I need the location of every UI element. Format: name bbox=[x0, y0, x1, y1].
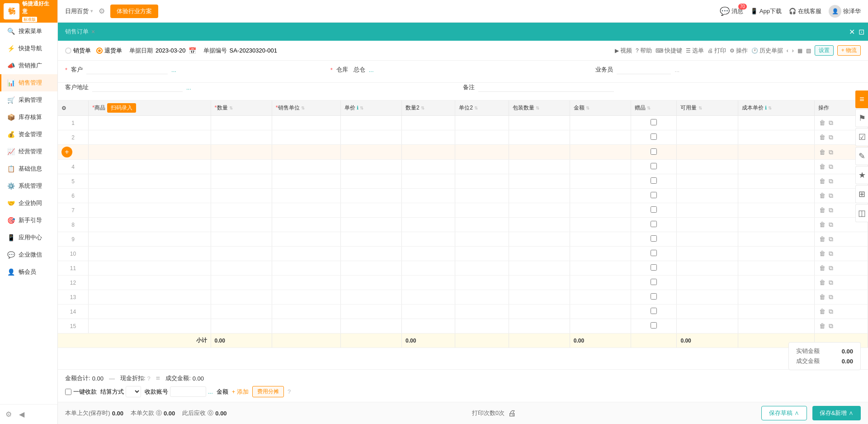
goods-cell[interactable] bbox=[89, 261, 211, 276]
price-cell[interactable] bbox=[340, 261, 401, 276]
gift-checkbox[interactable] bbox=[651, 177, 657, 184]
topbar-gear-icon[interactable]: ⚙ bbox=[97, 5, 107, 17]
sidebar-item-marketing[interactable]: 📣营销推广 bbox=[0, 57, 57, 74]
gift-cell[interactable] bbox=[631, 319, 677, 333]
goods-input[interactable] bbox=[92, 149, 207, 156]
delete-row-btn[interactable]: 🗑 bbox=[818, 278, 826, 287]
pkg-qty-cell[interactable] bbox=[509, 261, 570, 276]
unit2-cell[interactable] bbox=[455, 305, 509, 319]
delete-row-btn[interactable]: 🗑 bbox=[818, 321, 826, 330]
gift-cell[interactable] bbox=[631, 160, 677, 174]
settings-icon[interactable]: ⚙ bbox=[4, 408, 14, 420]
qty-cell[interactable] bbox=[211, 218, 272, 232]
grid2-btn[interactable]: ▧ bbox=[806, 48, 811, 54]
unit-cell[interactable] bbox=[272, 130, 340, 145]
goods-cell[interactable] bbox=[89, 247, 211, 261]
qty-cell[interactable] bbox=[211, 276, 272, 290]
shortcut-btn[interactable]: ⌨ 快捷键 bbox=[656, 47, 682, 55]
amount-cell[interactable] bbox=[570, 189, 631, 203]
goods-cell[interactable] bbox=[89, 174, 211, 189]
goods-cell[interactable] bbox=[89, 319, 211, 333]
amount-cell[interactable] bbox=[570, 276, 631, 290]
price-cell[interactable] bbox=[340, 218, 401, 232]
gift-checkbox[interactable] bbox=[651, 206, 657, 213]
available-cell[interactable] bbox=[677, 189, 738, 203]
cost-price-cell[interactable] bbox=[738, 189, 814, 203]
available-cell[interactable] bbox=[677, 203, 738, 218]
gift-checkbox[interactable] bbox=[651, 163, 657, 169]
qty2-cell[interactable] bbox=[402, 203, 455, 218]
app-download-btn[interactable]: 📱App下载 bbox=[750, 7, 782, 15]
unit-cell[interactable] bbox=[272, 174, 340, 189]
price-cell[interactable] bbox=[340, 203, 401, 218]
pkg-qty-cell[interactable] bbox=[509, 319, 570, 333]
unit-cell[interactable] bbox=[272, 116, 340, 130]
unit-cell[interactable] bbox=[272, 218, 340, 232]
goods-cell[interactable] bbox=[89, 130, 211, 145]
gift-checkbox[interactable] bbox=[651, 322, 657, 329]
pkg-qty-cell[interactable] bbox=[509, 203, 570, 218]
delete-row-btn[interactable]: 🗑 bbox=[818, 162, 826, 171]
cost-price-cell[interactable] bbox=[738, 174, 814, 189]
pkg-qty-cell[interactable] bbox=[509, 305, 570, 319]
goods-cell[interactable] bbox=[89, 189, 211, 203]
available-cell[interactable] bbox=[677, 319, 738, 333]
price-cell[interactable] bbox=[340, 247, 401, 261]
price-cell[interactable] bbox=[340, 189, 401, 203]
next-btn[interactable]: › bbox=[792, 48, 794, 54]
one-click-payment-check[interactable]: 一键收款 bbox=[65, 388, 97, 396]
amount-cell[interactable] bbox=[570, 130, 631, 145]
price-cell[interactable] bbox=[340, 116, 401, 130]
calendar-icon[interactable]: 📅 bbox=[189, 47, 196, 54]
copy-row-btn[interactable]: ⧉ bbox=[828, 321, 834, 331]
tab-销售订单[interactable]: 销售订单× bbox=[58, 23, 114, 41]
gift-cell[interactable] bbox=[631, 218, 677, 232]
goods-cell[interactable] bbox=[89, 116, 211, 130]
unit2-cell[interactable] bbox=[455, 319, 509, 333]
qty2-cell[interactable] bbox=[402, 261, 455, 276]
message-btn[interactable]: 💬 70 消息 bbox=[720, 6, 743, 16]
video-btn[interactable]: ▶ 视频 bbox=[615, 47, 632, 55]
sidebar-item-search[interactable]: 🔍搜索菜单 bbox=[0, 23, 57, 40]
sidebar-item-shortcut[interactable]: ⚡快捷导航 bbox=[0, 40, 57, 57]
copy-row-btn[interactable]: ⧉ bbox=[828, 220, 834, 229]
amount-cell[interactable] bbox=[570, 218, 631, 232]
gift-checkbox[interactable] bbox=[651, 279, 657, 285]
copy-row-btn[interactable]: ⧉ bbox=[828, 133, 834, 142]
gift-checkbox[interactable] bbox=[651, 250, 657, 256]
pkg-qty-cell[interactable] bbox=[509, 276, 570, 290]
price-cell[interactable] bbox=[340, 174, 401, 189]
gift-checkbox[interactable] bbox=[651, 264, 657, 271]
right-float-btn-5[interactable]: ⊞ bbox=[855, 185, 868, 203]
available-cell[interactable] bbox=[677, 174, 738, 189]
unit2-cell[interactable] bbox=[455, 203, 509, 218]
pkg-qty-cell[interactable] bbox=[509, 130, 570, 145]
available-cell[interactable] bbox=[677, 130, 738, 145]
remark-input[interactable] bbox=[478, 83, 614, 92]
gift-cell[interactable] bbox=[631, 116, 677, 130]
qty2-cell[interactable] bbox=[402, 189, 455, 203]
right-float-btn-6[interactable]: ◫ bbox=[855, 204, 868, 222]
amount-cell[interactable] bbox=[570, 290, 631, 305]
qty2-cell[interactable] bbox=[402, 174, 455, 189]
copy-row-btn[interactable]: ⧉ bbox=[828, 278, 834, 287]
qty2-cell[interactable] bbox=[402, 116, 455, 130]
sidebar-item-system[interactable]: ⚙️系统管理 bbox=[0, 177, 57, 195]
goods-cell[interactable] bbox=[89, 232, 211, 247]
sidebar-item-guide[interactable]: 🎯新手引导 bbox=[0, 212, 57, 229]
unit2-cell[interactable] bbox=[455, 145, 509, 160]
account-picker-icon[interactable]: ... bbox=[208, 388, 213, 395]
gift-cell[interactable] bbox=[631, 290, 677, 305]
qty2-cell[interactable] bbox=[402, 145, 455, 160]
delete-row-btn[interactable]: 🗑 bbox=[818, 176, 826, 186]
unit2-cell[interactable] bbox=[455, 232, 509, 247]
copy-row-btn[interactable]: ⧉ bbox=[828, 307, 834, 316]
qty-cell[interactable] bbox=[211, 174, 272, 189]
select-btn[interactable]: ☰ 选单 bbox=[686, 47, 704, 55]
price-cell[interactable] bbox=[340, 232, 401, 247]
add-payment-btn[interactable]: + 添加 bbox=[232, 388, 249, 396]
gift-cell[interactable] bbox=[631, 203, 677, 218]
unit2-cell[interactable] bbox=[455, 189, 509, 203]
delete-row-btn[interactable]: 🗑 bbox=[818, 148, 826, 157]
delete-row-btn[interactable]: 🗑 bbox=[818, 118, 826, 127]
